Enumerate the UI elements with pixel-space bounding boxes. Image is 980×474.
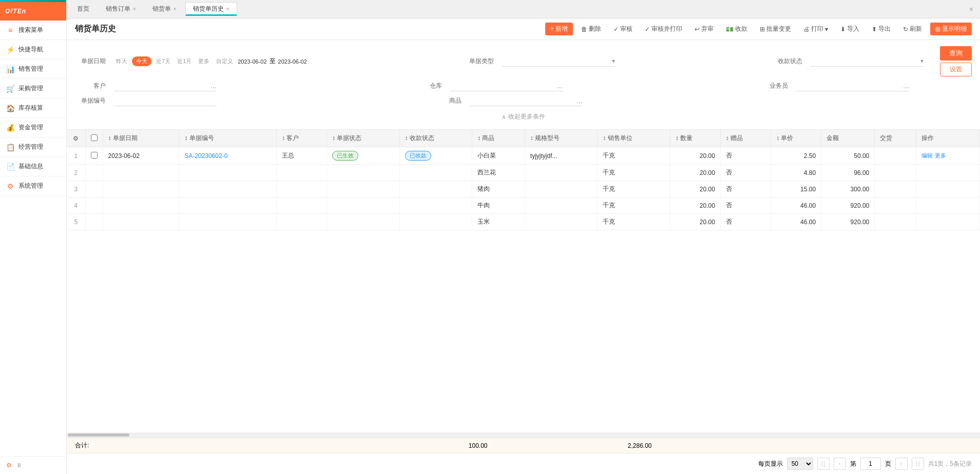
table-row: 2 西兰花 千克 20.00 否 4.80 96.00 [67,165,980,181]
print-label: 打印 [811,25,823,33]
sidebar-footer-icon2[interactable]: ⏸ [16,462,22,469]
warehouse-ellipsis-btn[interactable]: ... [557,82,563,90]
cell-checkbox[interactable] [85,147,103,165]
sidebar-item-finance[interactable]: 💰 资金管理 [0,118,66,137]
cell-checkbox[interactable] [85,214,103,230]
total-amount: 2,286.00 [611,442,652,449]
sidebar-item-label: 经营管理 [18,143,43,151]
import-button[interactable]: ⬇ 导入 [836,23,863,35]
delete-button[interactable]: 🗑 删除 [577,23,605,35]
cell-doc-status [327,181,399,198]
warehouse-input[interactable] [450,81,557,91]
sidebar-item-operations[interactable]: 📋 经营管理 [0,137,66,157]
cell-amount: 96.00 [821,165,875,181]
new-button[interactable]: + 新增 [545,23,573,35]
tab-sales-delivery[interactable]: 销货单 × [145,2,184,16]
staff-ellipsis-btn[interactable]: ... [903,82,909,90]
cell-doc-date [103,214,179,230]
table-container: ⚙ ↕ 单据日期 ↕ 单据编号 ↕ 客户 ↕ [67,130,980,432]
cell-pay-status [399,181,472,198]
query-settings-group: 查询 设置 [940,46,972,76]
doc-type-select[interactable] [502,56,612,66]
docno-input[interactable] [114,95,217,106]
tab-sales-order-close[interactable]: × [133,6,136,12]
col-doc-status-label: 单据状态 [337,134,361,142]
cell-amount: 50.00 [821,147,875,165]
sidebar-item-sales-mgmt[interactable]: 📊 销售管理 [0,60,66,79]
select-all-checkbox[interactable] [91,134,98,141]
cell-checkbox[interactable] [85,165,103,181]
purchase-mgmt-icon: 🛒 [6,85,14,93]
tab-close-all[interactable]: × [965,5,977,13]
cell-rownum: 5 [67,214,85,230]
tab-sales-history[interactable]: 销货单历史 × [185,2,237,16]
audit-print-button[interactable]: ✓ 审核并打印 [641,23,686,35]
operations-icon: 📋 [6,143,14,151]
batch-change-button[interactable]: ⊞ 批量变更 [756,23,795,35]
sidebar-item-label: 快捷导航 [18,45,43,54]
pagination-prev-btn[interactable]: ‹ [834,458,846,470]
sidebar-item-system-mgmt[interactable]: ⚙ 系统管理 [0,176,66,196]
sidebar-item-basic-info[interactable]: 📄 基础信息 [0,157,66,176]
tab-sales-delivery-close[interactable]: × [174,6,177,12]
pagination-last-btn[interactable]: ⟩⟩ [912,458,924,470]
sidebar-item-quick-nav[interactable]: ⚡ 快捷导航 [0,40,66,60]
page-input[interactable] [860,458,881,470]
customer-ellipsis-btn[interactable]: ... [210,82,217,90]
finance-icon: 💰 [6,124,14,132]
row-checkbox[interactable] [91,152,98,159]
goods-input[interactable] [470,95,577,106]
cell-doc-no [179,165,277,181]
date-shortcut-custom[interactable]: 自定义 [214,56,235,66]
export-button[interactable]: ⬆ 导出 [868,23,895,35]
query-button[interactable]: 查询 [940,46,972,61]
sidebar-item-inventory[interactable]: 🏠 库存核算 [0,98,66,118]
show-details-button[interactable]: ⊞ 显示明细 [930,23,972,35]
cell-transaction [875,165,916,181]
payment-status-select[interactable] [811,56,920,66]
doc-type-dropdown-icon[interactable]: ▾ [612,57,615,65]
settings-button[interactable]: 设置 [940,63,972,76]
abandon-button[interactable]: ↩ 弃审 [690,23,718,35]
customer-input[interactable] [114,81,210,91]
sidebar-footer-icon1[interactable]: ⚙ [6,462,12,469]
date-shortcut-7days[interactable]: 近7天 [154,56,172,66]
pagination-first-btn[interactable]: ⟨⟨ [817,458,830,470]
refresh-button[interactable]: ↻ 刷新 [899,23,926,35]
tab-home[interactable]: 首页 [69,2,97,16]
date-shortcut-today[interactable]: 今天 [132,56,151,66]
tab-sales-history-close[interactable]: × [226,6,229,12]
col-settings[interactable]: ⚙ [67,130,85,147]
doc-no-link[interactable]: SA-20230602-0 [184,152,227,160]
pagination-next-btn[interactable]: › [895,458,908,470]
sidebar-item-search-menu[interactable]: ≡ 搜索菜单 [0,21,66,40]
collapse-button[interactable]: ∧ 收起更多条件 [75,110,972,123]
cell-checkbox[interactable] [85,198,103,214]
tab-sales-order[interactable]: 销售订单 × [98,2,144,16]
doc-type-select-container: ▾ [502,56,615,67]
audit-button[interactable]: ✓ 审核 [609,23,637,35]
print-button[interactable]: 🖨 打印 ▾ [799,23,832,35]
cell-ops [916,198,980,214]
ops-edit-btn[interactable]: 编辑 [921,152,933,159]
payment-status-dropdown-icon[interactable]: ▾ [920,57,924,65]
per-page-select[interactable]: 20 50 100 [787,458,813,470]
sidebar-item-label: 采购管理 [18,84,43,93]
sidebar-item-label: 库存核算 [18,104,43,112]
cell-checkbox[interactable] [85,181,103,198]
date-shortcut-1month[interactable]: 近1月 [175,56,194,66]
date-shortcut-yesterday[interactable]: 昨天 [114,56,129,66]
sidebar-item-purchase-mgmt[interactable]: 🛒 采购管理 [0,79,66,98]
ops-more-btn[interactable]: 更多 [935,152,946,159]
staff-input[interactable] [796,81,903,91]
col-unit: ↕ 销售单位 [598,130,670,147]
tab-sales-history-label: 销货单历史 [193,5,224,13]
cell-qty: 20.00 [670,198,720,214]
goods-ellipsis-btn[interactable]: ... [577,96,583,105]
date-shortcut-more[interactable]: 更多 [196,56,212,66]
table-scroll-bar[interactable] [67,432,980,438]
scroll-thumb[interactable] [68,433,129,437]
col-checkbox[interactable] [85,130,103,147]
table-header-row: ⚙ ↕ 单据日期 ↕ 单据编号 ↕ 客户 ↕ [67,130,980,147]
collect-button[interactable]: 💵 收款 [722,23,752,35]
